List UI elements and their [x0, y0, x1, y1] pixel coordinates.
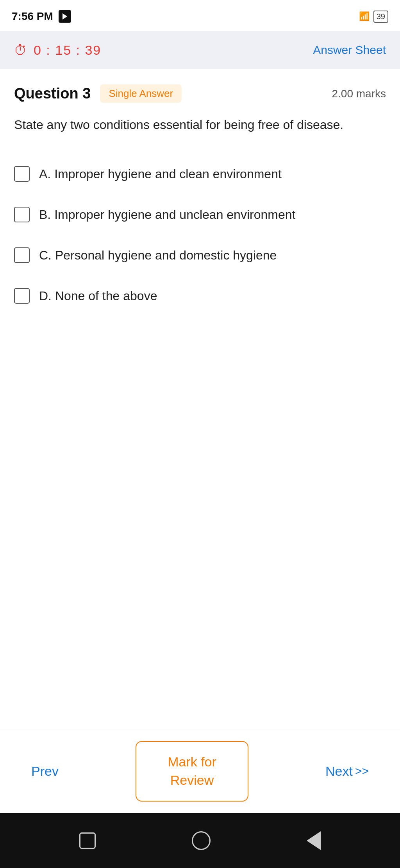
mark-for-review-button[interactable]: Mark for Review	[136, 741, 248, 802]
option-label-c[interactable]: C. Personal hygiene and domestic hygiene	[39, 246, 277, 265]
square-icon	[79, 832, 96, 849]
question-title-row: Question 3 Single Answer	[14, 84, 182, 103]
circle-icon	[192, 831, 211, 850]
question-header: Question 3 Single Answer 2.00 marks	[14, 84, 386, 103]
status-time-text: 7:56 PM	[12, 10, 53, 23]
android-home-button[interactable]	[192, 831, 211, 850]
status-icons: 📶 39	[359, 11, 388, 23]
play-icon	[59, 10, 71, 23]
next-button[interactable]: Next >>	[314, 756, 380, 787]
next-chevrons-icon: >>	[355, 764, 369, 778]
battery-indicator: 39	[373, 11, 388, 23]
bottom-navigation: Prev Mark for Review Next >>	[0, 729, 400, 813]
option-label-a[interactable]: A. Improper hygiene and clean environmen…	[39, 165, 282, 183]
mark-review-label: Mark for Review	[168, 754, 216, 788]
list-item[interactable]: C. Personal hygiene and domestic hygiene	[14, 235, 386, 276]
timer-value: 0 : 15 : 39	[34, 43, 101, 58]
list-item[interactable]: D. None of the above	[14, 276, 386, 316]
prev-button[interactable]: Prev	[20, 756, 70, 787]
option-checkbox-b[interactable]	[14, 207, 30, 222]
status-time-container: 7:56 PM	[12, 10, 71, 23]
main-content: Question 3 Single Answer 2.00 marks Stat…	[0, 69, 400, 332]
android-square-button[interactable]	[79, 832, 96, 849]
options-list: A. Improper hygiene and clean environmen…	[14, 154, 386, 316]
option-checkbox-a[interactable]	[14, 166, 30, 182]
android-nav-bar	[0, 813, 400, 868]
signal-icon: 📶	[359, 11, 370, 21]
option-label-b[interactable]: B. Improper hygiene and unclean environm…	[39, 205, 295, 224]
option-label-d[interactable]: D. None of the above	[39, 286, 157, 305]
timer-bar: ⏱ 0 : 15 : 39 Answer Sheet	[0, 31, 400, 69]
answer-sheet-link[interactable]: Answer Sheet	[313, 43, 386, 57]
list-item[interactable]: B. Improper hygiene and unclean environm…	[14, 194, 386, 235]
timer-left: ⏱ 0 : 15 : 39	[14, 43, 101, 58]
clock-icon: ⏱	[14, 43, 27, 58]
android-back-button[interactable]	[307, 831, 321, 850]
status-bar: 7:56 PM 📶 39	[0, 0, 400, 31]
triangle-icon	[307, 831, 321, 850]
answer-type-badge: Single Answer	[100, 84, 182, 103]
question-number: Question 3	[14, 85, 91, 102]
marks-info: 2.00 marks	[332, 88, 386, 100]
next-label: Next	[325, 764, 353, 779]
question-text: State any two conditions essential for b…	[14, 115, 386, 135]
list-item[interactable]: A. Improper hygiene and clean environmen…	[14, 154, 386, 194]
option-checkbox-d[interactable]	[14, 288, 30, 304]
option-checkbox-c[interactable]	[14, 247, 30, 263]
